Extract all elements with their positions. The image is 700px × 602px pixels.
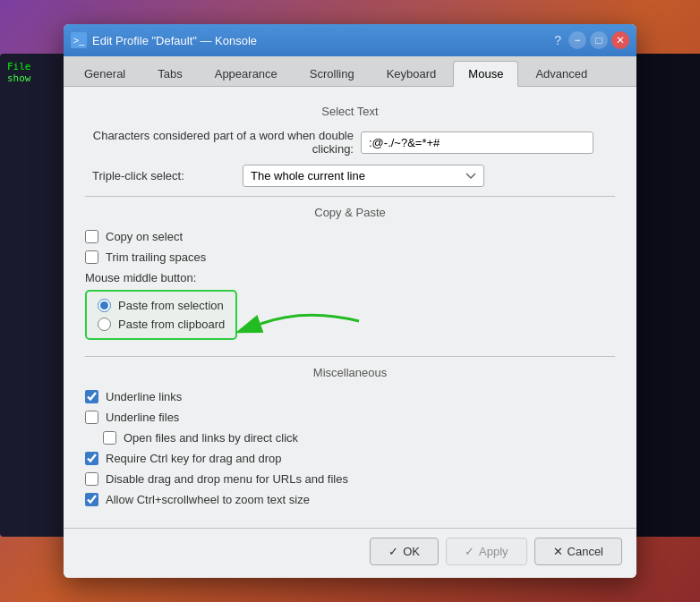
titlebar-controls: ? − □ ✕ [554,31,629,49]
minimize-button[interactable]: − [568,31,586,49]
characters-label: Characters considered part of a word whe… [85,129,354,156]
mouse-middle-row: Paste from selection Paste from clipboar… [85,290,615,343]
paste-selection-row: Paste from selection [98,299,225,312]
triple-click-row: Triple-click select: The whole current l… [85,165,615,187]
require-ctrl-label: Require Ctrl key for drag and drop [106,452,282,465]
tab-tabs[interactable]: Tabs [142,61,197,87]
tab-general[interactable]: General [69,61,141,87]
tab-scrolling[interactable]: Scrolling [295,61,370,87]
paste-clipboard-label: Paste from clipboard [118,318,225,331]
cancel-button[interactable]: ✕ Cancel [534,538,622,565]
paste-selection-label: Paste from selection [118,299,224,312]
button-bar: ✓ OK ✓ Apply ✕ Cancel [64,528,636,578]
characters-input[interactable] [361,131,593,154]
cancel-label: Cancel [568,545,603,558]
require-ctrl-checkbox[interactable] [85,452,98,465]
ok-label: OK [403,545,420,558]
open-files-label: Open files and links by direct click [124,431,298,445]
mouse-middle-radio-group: Paste from selection Paste from clipboar… [85,290,237,340]
underline-files-row: Underline files [85,411,615,424]
underline-links-label: Underline links [106,390,182,403]
paste-clipboard-row: Paste from clipboard [98,318,225,331]
select-text-header: Select Text [85,105,615,118]
tab-mouse[interactable]: Mouse [453,61,518,87]
ok-checkmark-icon: ✓ [388,545,398,558]
apply-checkmark-icon: ✓ [465,545,474,558]
dialog-content: Select Text Characters considered part o… [64,87,636,528]
allow-ctrl-scroll-checkbox[interactable] [85,493,98,506]
terminal-right-panel [628,54,700,537]
triple-click-label: Triple-click select: [92,169,235,182]
characters-row: Characters considered part of a word whe… [85,129,615,156]
apply-label: Apply [479,545,508,558]
require-ctrl-row: Require Ctrl key for drag and drop [85,452,615,465]
divider-1 [85,196,615,197]
divider-2 [85,356,615,357]
disable-drag-row: Disable drag and drop menu for URLs and … [85,472,615,486]
underline-links-checkbox[interactable] [85,390,98,403]
trim-trailing-label: Trim trailing spaces [106,250,206,264]
edit-profile-dialog: >_ Edit Profile "Default" — Konsole ? − … [64,24,636,578]
mouse-middle-label: Mouse middle button: [85,271,615,284]
copy-paste-header: Copy & Paste [85,206,615,219]
miscellaneous-header: Miscellaneous [85,366,615,379]
copy-on-select-row: Copy on select [85,230,615,243]
open-files-checkbox[interactable] [103,431,116,445]
underline-files-label: Underline files [106,411,179,424]
cancel-x-icon: ✕ [553,545,563,558]
trim-trailing-row: Trim trailing spaces [85,250,615,264]
open-files-row: Open files and links by direct click [85,431,615,445]
dialog-title: Edit Profile "Default" — Konsole [92,34,257,47]
copy-on-select-checkbox[interactable] [85,230,98,243]
copy-on-select-label: Copy on select [106,230,183,243]
green-arrow-indicator [252,299,368,343]
allow-ctrl-scroll-label: Allow Ctrl+scrollwheel to zoom text size [106,493,310,506]
underline-files-checkbox[interactable] [85,411,98,424]
trim-trailing-checkbox[interactable] [85,250,98,264]
titlebar-left: >_ Edit Profile "Default" — Konsole [71,32,257,48]
triple-click-select[interactable]: The whole current line From click point … [243,165,484,187]
help-icon[interactable]: ? [554,33,561,47]
allow-ctrl-scroll-row: Allow Ctrl+scrollwheel to zoom text size [85,493,615,506]
apply-button[interactable]: ✓ Apply [446,538,527,565]
tab-advanced[interactable]: Advanced [520,61,602,87]
app-icon: >_ [71,32,87,48]
tab-keyboard[interactable]: Keyboard [371,61,452,87]
maximize-button[interactable]: □ [590,31,608,49]
ok-button[interactable]: ✓ OK [370,538,439,565]
paste-clipboard-radio[interactable] [98,318,111,331]
disable-drag-checkbox[interactable] [85,472,98,486]
close-button[interactable]: ✕ [611,31,629,49]
tab-appearance[interactable]: Appearance [200,61,293,87]
tab-bar: General Tabs Appearance Scrolling Keyboa… [64,56,636,87]
paste-selection-radio[interactable] [98,299,111,312]
titlebar: >_ Edit Profile "Default" — Konsole ? − … [64,24,636,56]
underline-links-row: Underline links [85,390,615,403]
disable-drag-label: Disable drag and drop menu for URLs and … [106,472,348,486]
